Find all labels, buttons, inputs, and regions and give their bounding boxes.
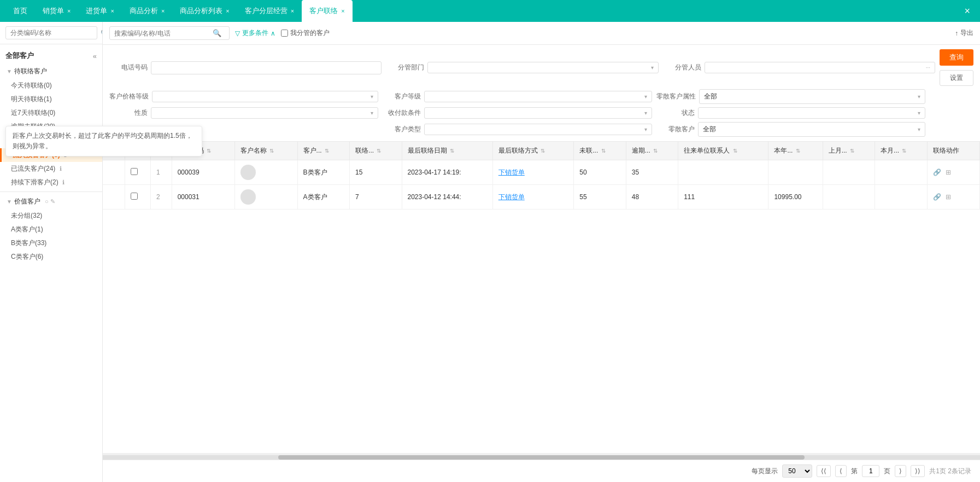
nav-customer-segmentation-close[interactable]: × xyxy=(291,8,294,14)
nav-home[interactable]: 首页 xyxy=(5,0,35,22)
sidebar-group-value[interactable]: ▼ 价值客户 ○ ✎ xyxy=(0,194,102,209)
action-menu-icon-2[interactable]: ⊞ xyxy=(946,193,951,201)
sidebar-collapse-icon[interactable]: « xyxy=(93,52,97,60)
nav-customer-segmentation[interactable]: 客户分层经营 × xyxy=(237,0,302,22)
sidebar-item-class-b[interactable]: B类客户(33) xyxy=(0,236,102,250)
filter-person: 分管人员 ··· xyxy=(663,62,935,73)
th-last-month[interactable]: 上月... ⇅ xyxy=(823,142,875,160)
more-filter-btn[interactable]: ▽ 更多条件 ∧ xyxy=(235,28,275,38)
export-btn[interactable]: ↑ 导出 xyxy=(955,28,973,38)
my-customer-checkbox[interactable] xyxy=(281,30,288,37)
query-btn[interactable]: 查询 xyxy=(940,49,973,66)
retail-attr-select[interactable]: 全部 ▾ xyxy=(699,89,925,104)
nav-customer-contact-close[interactable]: × xyxy=(341,8,344,14)
contact-sort-icon[interactable]: ⇅ xyxy=(377,148,381,154)
setting-btn[interactable]: 设置 xyxy=(940,70,973,86)
customers-table: ⚙ # 客户编码 ⇅ 客户名称 ⇅ xyxy=(103,142,980,210)
th-uncontact[interactable]: 未联... ⇅ xyxy=(574,142,626,160)
dept-select[interactable]: ▾ xyxy=(427,62,658,73)
value-group-edit-icon[interactable]: ○ ✎ xyxy=(45,198,55,205)
th-last-contact-method[interactable]: 最后联络方式 ⇅ xyxy=(492,142,573,160)
first-page-btn[interactable]: ⟨⟨ xyxy=(817,465,831,477)
sidebar-item-lost[interactable]: 已流失客户(24) ℹ xyxy=(0,162,102,176)
th-action: 联络动作 xyxy=(927,142,979,160)
prev-page-btn[interactable]: ⟨ xyxy=(835,465,847,477)
nav-purchase-order-close[interactable]: × xyxy=(110,8,114,14)
td-last-method-2[interactable]: 下销货单 xyxy=(492,185,573,210)
page-number-input[interactable] xyxy=(862,465,879,477)
sidebar-item-class-a[interactable]: A类客户(1) xyxy=(0,223,102,236)
retail-customer-select[interactable]: 全部 ▾ xyxy=(698,122,925,137)
gender-select[interactable]: ▾ xyxy=(151,107,378,119)
last-page-btn[interactable]: ⟩⟩ xyxy=(911,465,925,477)
sidebar-item-ungrouped[interactable]: 未分组(32) xyxy=(0,209,102,223)
nav-product-analysis-list-close[interactable]: × xyxy=(226,8,229,14)
nav-product-analysis[interactable]: 商品分析 × xyxy=(122,0,172,22)
page-size-select[interactable]: 50 100 200 xyxy=(782,464,812,478)
last-method-link-2[interactable]: 下销货单 xyxy=(498,193,525,201)
page-label: 第 xyxy=(851,467,858,476)
overdue-sort-icon[interactable]: ⇅ xyxy=(653,148,658,154)
td-action-2: 🔗 ⊞ xyxy=(927,185,979,210)
td-last-method-1[interactable]: 下销货单 xyxy=(492,160,573,185)
phone-input[interactable] xyxy=(151,61,382,74)
my-customer-filter[interactable]: 我分管的客户 xyxy=(281,28,330,38)
uncontact-sort-icon[interactable]: ⇅ xyxy=(601,148,606,154)
nav-product-analysis-close[interactable]: × xyxy=(161,8,165,14)
td-checkbox-2[interactable] xyxy=(125,185,150,210)
action-link-icon-1[interactable]: 🔗 xyxy=(933,169,941,176)
td-checkbox-1[interactable] xyxy=(125,160,150,185)
action-menu-icon-1[interactable]: ⊞ xyxy=(946,169,951,176)
keyword-search-icon[interactable]: 🔍 xyxy=(213,29,221,37)
nav-purchase-order[interactable]: 进货单 × xyxy=(78,0,121,22)
window-close-btn[interactable]: × xyxy=(960,5,975,17)
lm-sort-icon[interactable]: ⇅ xyxy=(850,148,854,154)
price-level-select[interactable]: ▾ xyxy=(152,91,378,102)
lcm-sort-icon[interactable]: ⇅ xyxy=(541,148,545,154)
customer-type-select[interactable]: ▾ xyxy=(424,124,652,135)
th-name[interactable]: 客户名称 ⇅ xyxy=(234,142,297,160)
filter-dept: 分管部门 ▾ xyxy=(386,62,658,73)
th-overdue[interactable]: 逾期... ⇅ xyxy=(626,142,678,160)
th-last-contact-date[interactable]: 最后联络日期 ⇅ xyxy=(402,142,492,160)
person-select[interactable]: ··· xyxy=(705,62,935,73)
sidebar-item-7days[interactable]: 近7天待联络(0) xyxy=(0,106,102,120)
nav-customer-contact[interactable]: 客户联络 × xyxy=(302,0,352,22)
th-customer-type[interactable]: 客户... ⇅ xyxy=(297,142,349,160)
status-select[interactable]: ▾ xyxy=(698,107,925,119)
th-this-year[interactable]: 本年... ⇅ xyxy=(768,142,823,160)
lcd-sort-icon[interactable]: ⇅ xyxy=(450,148,454,154)
row1-checkbox[interactable] xyxy=(131,168,138,175)
name-sort-icon[interactable]: ⇅ xyxy=(269,148,274,154)
td-this-year-1 xyxy=(768,160,823,185)
contacts-sort-icon[interactable]: ⇅ xyxy=(733,148,737,154)
code-sort-icon[interactable]: ⇅ xyxy=(207,148,211,154)
action-link-icon-2[interactable]: 🔗 xyxy=(933,193,941,201)
next-page-btn[interactable]: ⟩ xyxy=(895,465,906,477)
td-contact-count-2: 7 xyxy=(350,185,402,210)
last-method-link-1[interactable]: 下销货单 xyxy=(498,169,525,176)
sidebar-group-pending[interactable]: ▼ 待联络客户 xyxy=(0,64,102,79)
keyword-search-wrap: 🔍 xyxy=(109,26,230,40)
th-contacts[interactable]: 往来单位联系人 ⇅ xyxy=(678,142,768,160)
nav-sales-order-close[interactable]: × xyxy=(67,8,71,14)
td-overdue-2: 48 xyxy=(626,185,678,210)
payment-select[interactable]: ▾ xyxy=(424,107,652,119)
tm-sort-icon[interactable]: ⇅ xyxy=(902,148,906,154)
th-this-month[interactable]: 本月... ⇅ xyxy=(875,142,927,160)
sidebar-item-today[interactable]: 今天待联络(0) xyxy=(0,79,102,92)
horizontal-scrollbar[interactable] xyxy=(103,453,980,460)
sidebar-search-input[interactable] xyxy=(5,26,97,39)
customer-level-select[interactable]: ▾ xyxy=(424,91,652,102)
sidebar-item-class-c[interactable]: C类客户(6) xyxy=(0,250,102,264)
sidebar-all-customers[interactable]: 全部客户 « xyxy=(0,48,102,64)
sidebar-item-tomorrow[interactable]: 明天待联络(1) xyxy=(0,92,102,106)
ctype-sort-icon[interactable]: ⇅ xyxy=(325,148,329,154)
nav-product-analysis-list[interactable]: 商品分析列表 × xyxy=(172,0,237,22)
keyword-search-input[interactable] xyxy=(114,30,213,37)
ty-sort-icon[interactable]: ⇅ xyxy=(796,148,800,154)
row2-checkbox[interactable] xyxy=(131,193,138,200)
sidebar-item-declining[interactable]: 持续下滑客户(2) ℹ xyxy=(0,176,102,189)
th-contact-count[interactable]: 联络... ⇅ xyxy=(350,142,402,160)
nav-sales-order[interactable]: 销货单 × xyxy=(35,0,78,22)
